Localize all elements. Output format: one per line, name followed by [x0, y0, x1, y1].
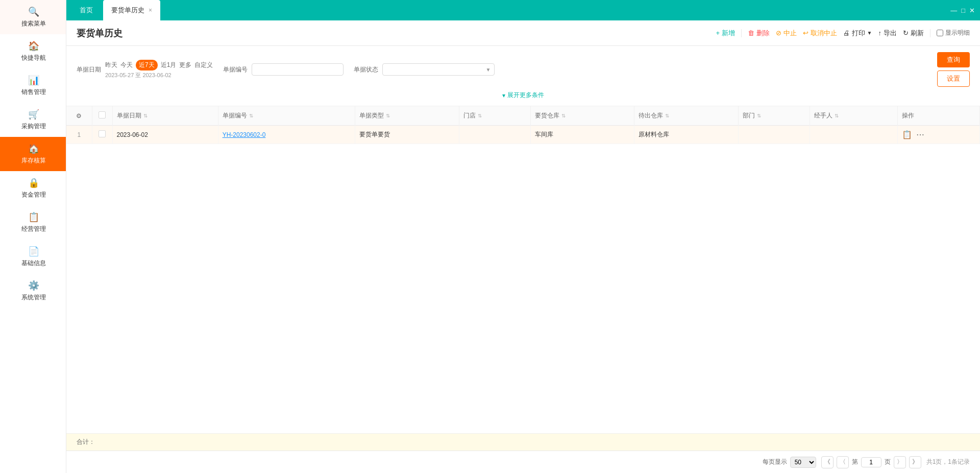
page-label-after: 页: [885, 458, 891, 466]
sidebar-item-finance[interactable]: 🔒 资金管理: [0, 171, 66, 205]
first-page-button[interactable]: 《: [821, 456, 834, 468]
tab-active[interactable]: 要货单历史 ×: [103, 0, 160, 20]
refresh-button[interactable]: ↻ 刷新: [903, 29, 924, 38]
tab-close-icon[interactable]: ×: [149, 7, 152, 14]
sidebar-item-operations[interactable]: 📋 经营管理: [0, 205, 66, 240]
search-icon: 🔍: [28, 6, 39, 17]
sidebar-item-sales[interactable]: 📊 销售管理: [0, 68, 66, 103]
pagination-bar: 每页显示 50 20 100 200 《 〈 第 页 〉 》: [66, 451, 980, 473]
per-page-control: 每页显示 50 20 100 200: [763, 457, 816, 468]
print-chevron-icon: ▼: [867, 30, 872, 36]
export-button[interactable]: ↑ 导出: [878, 29, 897, 38]
sidebar-item-inventory[interactable]: 🏠 库存核算: [0, 137, 66, 171]
sidebar-item-system[interactable]: ⚙️ 系统管理: [0, 274, 66, 308]
cancel-stop-button[interactable]: ↩ 取消中止: [803, 29, 837, 38]
col-bill-type[interactable]: 单据类型 ⇅: [355, 106, 459, 126]
cancel-icon: ↩: [803, 29, 808, 37]
sort-icon: ⇅: [386, 113, 390, 119]
col-req-warehouse[interactable]: 要货仓库 ⇅: [530, 106, 634, 126]
date-shortcuts: 昨天 今天 近7天 近1月 更多 自定义: [105, 60, 213, 70]
sidebar-item-search[interactable]: 🔍 搜索菜单: [0, 0, 66, 34]
col-checkbox[interactable]: [92, 106, 112, 126]
close-button[interactable]: ✕: [969, 7, 975, 14]
table-footer: 合计：: [66, 433, 980, 451]
col-pending-warehouse[interactable]: 待出仓库 ⇅: [634, 106, 738, 126]
date-filter-controls: 昨天 今天 近7天 近1月 更多 自定义 2023-05-27 至 2023-0…: [105, 60, 213, 79]
row-edit-button[interactable]: 📋: [902, 130, 912, 139]
sidebar-item-basic-info[interactable]: 📄 基础信息: [0, 240, 66, 274]
tab-home[interactable]: 首页: [71, 0, 101, 20]
header-actions: + 新增 🗑 删除 ⊘ 中止 ↩ 取消中止 🖨 打印 ▼ ↑ 导出: [716, 29, 970, 38]
shortcut-1month[interactable]: 近1月: [161, 61, 177, 69]
settings-icon: ⚙: [76, 112, 82, 120]
tab-label: 要货单历史: [111, 6, 144, 15]
row-more-button[interactable]: ⋯: [916, 130, 924, 139]
status-select[interactable]: [382, 63, 495, 76]
inventory-icon: 🏠: [28, 143, 39, 154]
row-bill-date: 2023-06-02: [112, 126, 218, 144]
minimize-button[interactable]: —: [950, 7, 957, 14]
filter-area: 单据日期 昨天 今天 近7天 近1月 更多 自定义 2023-05-27 至 2…: [66, 46, 980, 106]
page-navigation: 《 〈 第 页 〉 》: [821, 456, 921, 468]
pagination-total-info: 共1页，1条记录: [926, 458, 970, 466]
per-page-select[interactable]: 50 20 100 200: [790, 457, 816, 468]
refresh-icon: ↻: [903, 29, 909, 37]
sidebar-item-label: 库存核算: [21, 156, 46, 165]
sidebar-item-purchase[interactable]: 🛒 采购管理: [0, 103, 66, 137]
sort-icon: ⇅: [665, 113, 669, 119]
shortcut-7days[interactable]: 近7天: [136, 60, 158, 70]
row-actions: 📋 ⋯: [897, 126, 979, 144]
query-button[interactable]: 查询: [937, 52, 970, 67]
col-bill-no[interactable]: 单据编号 ⇅: [218, 106, 355, 126]
main-content: 首页 要货单历史 × — □ ✕ 要货单历史 + 新增 🗑 删除 ⊘ 中止: [66, 0, 980, 473]
prev-page-button[interactable]: 〈: [837, 456, 849, 468]
row-req-warehouse: 车间库: [530, 126, 634, 144]
print-icon: 🖨: [843, 29, 850, 37]
filter-row: 单据日期 昨天 今天 近7天 近1月 更多 自定义 2023-05-27 至 2…: [77, 52, 970, 87]
stop-button[interactable]: ⊘ 中止: [776, 29, 797, 38]
shortcut-more[interactable]: 更多: [179, 61, 191, 69]
sidebar-item-label: 销售管理: [21, 88, 46, 97]
col-department[interactable]: 部门 ⇅: [738, 106, 810, 126]
delete-button[interactable]: 🗑 删除: [748, 29, 770, 38]
select-all-checkbox[interactable]: [99, 111, 106, 119]
gear-icon: ⚙️: [28, 280, 39, 291]
last-page-button[interactable]: 》: [909, 456, 921, 468]
col-bill-date[interactable]: 单据日期 ⇅: [112, 106, 218, 126]
row-handler: [810, 126, 897, 144]
sidebar-item-label: 搜索菜单: [21, 19, 46, 28]
col-actions: 操作: [897, 106, 979, 126]
print-button[interactable]: 🖨 打印 ▼: [843, 29, 872, 38]
shortcut-custom[interactable]: 自定义: [194, 61, 213, 69]
shortcut-today[interactable]: 今天: [120, 61, 133, 69]
col-handler[interactable]: 经手人 ⇅: [810, 106, 897, 126]
display-detail-toggle[interactable]: 显示明细: [937, 29, 970, 37]
sort-icon: ⇅: [835, 113, 839, 119]
bill-no-input[interactable]: [252, 63, 344, 76]
cart-icon: 🛒: [28, 109, 39, 120]
row-bill-no[interactable]: YH-20230602-0: [218, 126, 355, 144]
divider: [741, 29, 742, 37]
divider2: [930, 29, 930, 37]
chevron-down-icon: ▾: [502, 92, 505, 99]
display-detail-checkbox[interactable]: [937, 30, 943, 36]
expand-more-button[interactable]: ▾ 展开更多条件: [77, 91, 970, 100]
home-icon: 🏠: [28, 40, 39, 52]
sort-icon: ⇅: [143, 113, 148, 119]
new-button[interactable]: + 新增: [716, 29, 734, 38]
next-page-button[interactable]: 〉: [894, 456, 906, 468]
bill-no-filter-group: 单据编号: [223, 63, 344, 76]
row-checkbox[interactable]: [92, 126, 112, 144]
page-number-input[interactable]: [861, 457, 881, 467]
shortcut-yesterday[interactable]: 昨天: [105, 61, 117, 69]
row-store: [459, 126, 530, 144]
filter-settings-button[interactable]: 设置: [937, 70, 970, 87]
maximize-button[interactable]: □: [961, 7, 965, 14]
table-row: 1 2023-06-02 YH-20230602-0 要货单要货 车间库 原材料…: [66, 126, 980, 144]
sidebar-item-quick-nav[interactable]: 🏠 快捷导航: [0, 34, 66, 68]
delete-icon: 🗑: [748, 29, 754, 37]
col-settings[interactable]: ⚙: [66, 106, 92, 126]
page-header: 要货单历史 + 新增 🗑 删除 ⊘ 中止 ↩ 取消中止 🖨 打印 ▼: [66, 20, 980, 46]
status-label: 单据状态: [354, 65, 378, 74]
col-store[interactable]: 门店 ⇅: [459, 106, 530, 126]
